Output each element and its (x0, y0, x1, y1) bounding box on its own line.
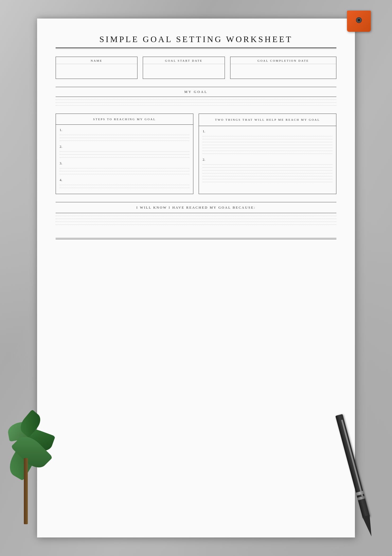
thing2-line1 (203, 164, 332, 165)
bottom-line-3 (56, 222, 336, 222)
thing2-line3 (203, 170, 332, 171)
steps-box: STEPS TO REACHING MY GOAL 1. 2. (56, 114, 193, 194)
step3-line1 (60, 168, 189, 168)
bottom-close-thin (56, 239, 336, 239)
bottom-line-2 (56, 219, 336, 219)
step-number-1: 1. (60, 128, 189, 132)
pencil-sharpener-icon (347, 0, 371, 32)
thing-number-2: 2. (203, 158, 332, 162)
goal-start-field-box: GOAL START DATE (143, 57, 225, 79)
step-number-2: 2. (60, 145, 189, 149)
thing-item-1: 1. (203, 129, 332, 154)
title-divider-thick (56, 47, 336, 48)
steps-header: STEPS TO REACHING MY GOAL (56, 114, 193, 125)
thing1-line4 (203, 145, 332, 145)
step-number-4: 4. (60, 178, 189, 182)
thing2-line2 (203, 167, 332, 168)
thing2-line7 (203, 182, 332, 182)
step4-line2 (60, 188, 189, 188)
step3-line2 (60, 171, 189, 171)
title-divider-thin (56, 48, 336, 49)
step1-line2 (60, 138, 189, 138)
step2-line3 (60, 157, 189, 158)
step-item-1: 1. (60, 128, 189, 141)
step2-line2 (60, 154, 189, 155)
step2-line1 (60, 151, 189, 152)
goal-line-1 (56, 100, 336, 100)
two-things-header: TWO THINGS THAT WILL HELP ME REACH MY GO… (199, 114, 336, 126)
steps-content: 1. 2. 3. (56, 125, 193, 194)
step-item-3: 3. (60, 161, 189, 174)
thing2-line5 (203, 176, 332, 176)
my-goal-lines (56, 100, 336, 106)
bottom-line-4 (56, 225, 336, 225)
header-fields: NAME GOAL START DATE GOAL COMPLETION DAT… (56, 57, 336, 79)
name-field-box: NAME (56, 57, 137, 79)
name-input-area[interactable] (56, 64, 137, 79)
bottom-section: I WILL KNOW I HAVE REACHED MY GOAL BECAU… (56, 202, 336, 239)
step1-line3 (60, 141, 189, 141)
main-content-area: STEPS TO REACHING MY GOAL 1. 2. (56, 114, 336, 194)
step-item-2: 2. (60, 145, 189, 158)
goal-completion-field-box: GOAL COMPLETION DATE (230, 57, 336, 79)
worksheet-paper: SIMPLE GOAL SETTING WORKSHEET NAME GOAL … (37, 19, 355, 537)
thing-number-1: 1. (203, 129, 332, 133)
thing1-line5 (203, 148, 332, 148)
name-label: NAME (56, 57, 137, 64)
goal-start-input-area[interactable] (143, 64, 224, 79)
thing1-line6 (203, 151, 332, 151)
my-goal-header: MY GOAL (56, 87, 336, 97)
thing1-line7 (203, 154, 332, 154)
step3-line3 (60, 174, 189, 174)
thing2-line6 (203, 179, 332, 179)
goal-start-label: GOAL START DATE (143, 57, 224, 64)
two-things-box: TWO THINGS THAT WILL HELP ME REACH MY GO… (199, 114, 336, 194)
thing1-line3 (203, 142, 332, 142)
thing1-line1 (203, 136, 332, 136)
goal-completion-input-area[interactable] (230, 64, 336, 79)
goal-completion-label: GOAL COMPLETION DATE (230, 57, 336, 64)
thing-item-2: 2. (203, 158, 332, 182)
two-things-content: 1. 2. (199, 126, 336, 188)
step-number-3: 3. (60, 161, 189, 165)
bottom-lines (56, 216, 336, 233)
bottom-close-thick (56, 238, 336, 238)
bottom-line-1 (56, 216, 336, 216)
step-item-4: 4. (60, 178, 189, 188)
goal-line-3 (56, 105, 336, 106)
step4-line1 (60, 185, 189, 185)
page-title: SIMPLE GOAL SETTING WORKSHEET (56, 34, 336, 44)
thing2-line4 (203, 173, 332, 173)
step1-line1 (60, 135, 189, 135)
my-goal-section: MY GOAL (56, 87, 336, 106)
bottom-header: I WILL KNOW I HAVE REACHED MY GOAL BECAU… (56, 202, 336, 213)
thing1-line2 (203, 139, 332, 139)
goal-line-2 (56, 102, 336, 103)
plant-icon (0, 418, 74, 524)
